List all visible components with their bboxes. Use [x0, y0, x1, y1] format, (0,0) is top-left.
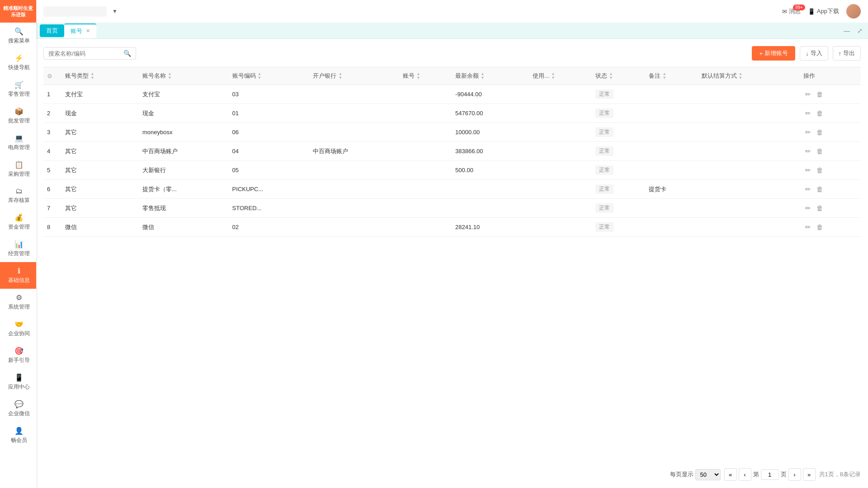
- table-search-wrap[interactable]: 🔍: [43, 47, 136, 60]
- cell-code: 03: [229, 85, 310, 104]
- sidebar-item-enterprise-wechat[interactable]: 💬 企业微信: [0, 395, 36, 422]
- sidebar-item-wholesale-mgmt[interactable]: 📦 批发管理: [0, 103, 36, 129]
- sidebar-item-inventory-calc[interactable]: 🗂 库存核算: [0, 183, 36, 209]
- edit-button[interactable]: ✏: [803, 184, 813, 194]
- page-input[interactable]: [761, 469, 779, 480]
- sort-code[interactable]: 账号编码 ▲▼: [232, 72, 262, 80]
- cell-bank: 中百商场账户: [309, 142, 399, 161]
- sort-balance[interactable]: 最新余额 ▲▼: [455, 72, 485, 80]
- sort-default-settlement[interactable]: 默认结算方式 ▲▼: [702, 72, 743, 80]
- import-button[interactable]: ↓ 导入: [800, 46, 828, 61]
- sort-name[interactable]: 账号名称 ▲▼: [142, 72, 172, 80]
- cell-type: 其它: [61, 161, 139, 180]
- col-bank-label: 开户银行: [313, 72, 336, 80]
- sidebar-item-quick-nav[interactable]: ⚡ 快捷导航: [0, 49, 36, 76]
- sidebar-item-ecommerce-mgmt[interactable]: 💻 电商管理: [0, 129, 36, 156]
- next-page-button[interactable]: ›: [788, 468, 801, 481]
- tab-account[interactable]: 账号 ✕: [64, 23, 96, 38]
- add-account-button[interactable]: + 新增账号: [752, 46, 795, 61]
- delete-button[interactable]: 🗑: [815, 89, 825, 99]
- table-search-input[interactable]: [48, 50, 121, 57]
- guide-icon: 🎯: [14, 347, 24, 355]
- message-badge: 99+: [793, 5, 805, 10]
- row-num: 8: [43, 218, 61, 237]
- cell-remark: [645, 142, 698, 161]
- header-search[interactable]: [43, 6, 107, 17]
- delete-button[interactable]: 🗑: [815, 222, 825, 232]
- toolbar: 🔍 + 新增账号 ↓ 导入 ↑ 导出: [43, 46, 861, 61]
- cell-bank: [309, 85, 399, 104]
- sort-type[interactable]: 账号类型 ▲▼: [65, 72, 94, 80]
- settings-icon[interactable]: ⚙: [47, 73, 52, 80]
- tab-maximize-icon[interactable]: ⤢: [855, 26, 864, 35]
- cell-type: 支付宝: [61, 85, 139, 104]
- page-suffix-label: 页: [781, 470, 787, 479]
- sidebar-item-business-mgmt[interactable]: 📊 经营管理: [0, 235, 36, 262]
- sidebar-item-capital-mgmt[interactable]: 💰 资金管理: [0, 209, 36, 235]
- cell-default-settlement: [698, 199, 800, 218]
- edit-button[interactable]: ✏: [803, 89, 813, 99]
- tab-actions: — ⤢: [842, 26, 864, 35]
- tab-minimize-icon[interactable]: —: [842, 26, 852, 35]
- cell-action: ✏ 🗑: [800, 161, 861, 180]
- status-badge: 正常: [595, 203, 613, 213]
- col-settings[interactable]: ⚙: [43, 67, 61, 85]
- sidebar-item-system-mgmt[interactable]: ⚙ 系统管理: [0, 289, 36, 315]
- user-avatar[interactable]: [846, 4, 861, 19]
- status-badge: 正常: [595, 184, 613, 194]
- col-balance-label: 最新余额: [455, 72, 479, 80]
- delete-button[interactable]: 🗑: [815, 184, 825, 194]
- last-page-button[interactable]: »: [803, 468, 816, 481]
- sidebar-item-new-guide[interactable]: 🎯 新手引导: [0, 342, 36, 369]
- tab-home[interactable]: 首页: [40, 24, 64, 37]
- edit-button[interactable]: ✏: [803, 127, 813, 137]
- edit-button[interactable]: ✏: [803, 165, 813, 175]
- sidebar-item-retail-mgmt[interactable]: 🛒 零售管理: [0, 76, 36, 103]
- delete-button[interactable]: 🗑: [815, 165, 825, 175]
- sidebar-item-search-menu[interactable]: 🔍 搜索菜单: [0, 23, 36, 49]
- cell-account: [399, 142, 452, 161]
- delete-button[interactable]: 🗑: [815, 127, 825, 137]
- first-page-button[interactable]: «: [724, 468, 737, 481]
- sidebar-item-label: 基础信息: [8, 277, 30, 284]
- sort-usage[interactable]: 使用... ▲▼: [533, 72, 555, 80]
- sort-status[interactable]: 状态 ▲▼: [595, 72, 613, 80]
- tab-close-icon[interactable]: ✕: [86, 28, 90, 34]
- col-status-label: 状态: [595, 72, 607, 80]
- edit-button[interactable]: ✏: [803, 146, 813, 156]
- sidebar-item-enterprise-agreement[interactable]: 🤝 企业协同: [0, 315, 36, 342]
- export-button[interactable]: ↑ 导出: [833, 46, 861, 61]
- sidebar-item-member[interactable]: 👤 畅会员: [0, 422, 36, 449]
- status-badge: 正常: [595, 165, 613, 175]
- cell-code: STORED...: [229, 199, 310, 218]
- table-row: 2 现金 现金 01 547670.00 正常 ✏ 🗑: [43, 104, 861, 123]
- app-download-button[interactable]: 📱 App下载: [808, 7, 839, 15]
- cell-code: 05: [229, 161, 310, 180]
- col-code-label: 账号编码: [232, 72, 256, 80]
- cell-name: 微信: [139, 218, 229, 237]
- message-button[interactable]: ✉ 消息 99+: [782, 7, 801, 15]
- prev-page-button[interactable]: ‹: [739, 468, 751, 481]
- header-dropdown[interactable]: ▼: [112, 8, 118, 14]
- sort-bank[interactable]: 开户银行 ▲▼: [313, 72, 342, 80]
- app-center-icon: 📱: [14, 373, 24, 382]
- sidebar-item-basic-info[interactable]: ℹ 基础信息: [0, 262, 36, 289]
- delete-button[interactable]: 🗑: [815, 108, 825, 118]
- delete-button[interactable]: 🗑: [815, 146, 825, 156]
- edit-button[interactable]: ✏: [803, 108, 813, 118]
- cell-remark: [645, 161, 698, 180]
- status-badge: 正常: [595, 127, 613, 137]
- sidebar-item-app-center[interactable]: 📱 应用中心: [0, 369, 36, 395]
- page-size-select[interactable]: 50 100 200: [695, 469, 721, 480]
- sort-arrows-remark: ▲▼: [662, 72, 666, 80]
- sidebar-item-purchase-mgmt[interactable]: 📋 采购管理: [0, 156, 36, 183]
- sort-remark[interactable]: 备注 ▲▼: [649, 72, 666, 80]
- import-icon: ↓: [806, 50, 809, 57]
- cell-name: moneybosx: [139, 123, 229, 142]
- sort-account[interactable]: 账号 ▲▼: [403, 72, 420, 80]
- edit-button[interactable]: ✏: [803, 203, 813, 213]
- header-search-input[interactable]: [48, 8, 102, 15]
- delete-button[interactable]: 🗑: [815, 203, 825, 213]
- edit-button[interactable]: ✏: [803, 222, 813, 232]
- export-icon: ↑: [839, 50, 842, 57]
